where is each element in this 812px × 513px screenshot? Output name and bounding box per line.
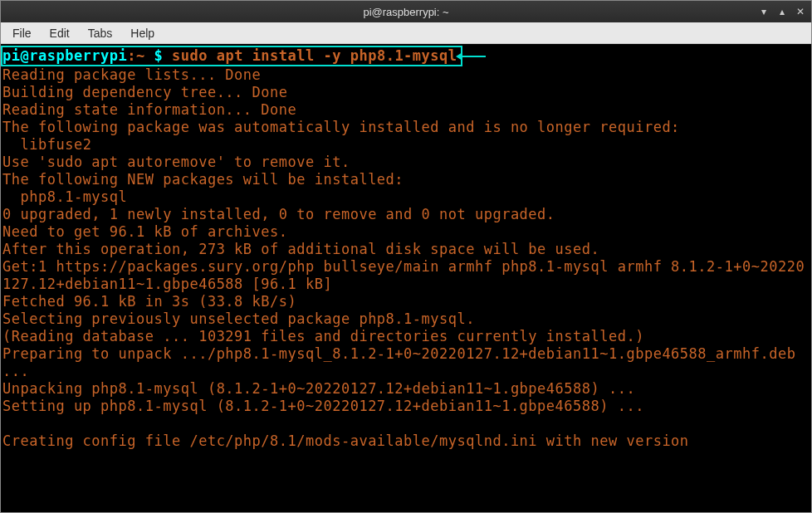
terminal-window: pi@raspberrypi: ~ ▾ ▴ ✕ File Edit Tabs H…: [0, 0, 812, 513]
prompt-user-host: pi@raspberrypi: [2, 47, 127, 64]
terminal-output-line: 0 upgraded, 1 newly installed, 0 to remo…: [2, 206, 555, 222]
terminal-output-line: Setting up php8.1-mysql (8.1.2-1+0~20220…: [2, 398, 644, 414]
close-icon[interactable]: ✕: [795, 6, 806, 17]
terminal-output-line: Unpacking php8.1-mysql (8.1.2-1+0~202201…: [2, 380, 635, 397]
terminal-output-line: Selecting previously unselected package …: [2, 310, 475, 327]
terminal-output-line: Fetched 96.1 kB in 3s (33.8 kB/s): [2, 293, 296, 310]
terminal-output-line: The following package was automatically …: [2, 119, 680, 135]
menu-file[interactable]: File: [4, 24, 40, 42]
terminal-output-line: Creating config file /etc/php/8.1/mods-a…: [2, 432, 689, 449]
prompt-colon: :: [127, 47, 136, 64]
terminal-output-line: Reading state information... Done: [2, 101, 296, 118]
window-title: pi@raspberrypi: ~: [1, 6, 811, 18]
terminal-output-line: Need to get 96.1 kB of archives.: [2, 223, 288, 240]
terminal-output-line: Building dependency tree... Done: [2, 84, 288, 100]
titlebar[interactable]: pi@raspberrypi: ~ ▾ ▴ ✕: [1, 1, 811, 22]
menu-tabs[interactable]: Tabs: [80, 24, 121, 42]
terminal-area[interactable]: pi@raspberrypi:~ $ sudo apt install -y p…: [1, 44, 811, 512]
window-controls: ▾ ▴ ✕: [758, 6, 806, 17]
menubar: File Edit Tabs Help: [1, 22, 811, 44]
terminal-output-line: Get:1 https://packages.sury.org/php bull…: [2, 258, 805, 292]
terminal-output-line: libfuse2: [2, 136, 91, 153]
terminal-output-line: The following NEW packages will be insta…: [2, 171, 404, 188]
highlight-annotation: pi@raspberrypi:~ $ sudo apt install -y p…: [1, 46, 462, 66]
terminal-output-line: Use 'sudo apt autoremove' to remove it.: [2, 154, 350, 170]
terminal-output-line: Reading package lists... Done: [2, 66, 261, 83]
menu-edit[interactable]: Edit: [42, 24, 78, 42]
arrow-annotation-icon: [461, 56, 486, 57]
terminal-output-line: After this operation, 273 kB of addition…: [2, 241, 599, 257]
terminal-output-line: php8.1-mysql: [2, 188, 127, 205]
prompt-dollar: $: [145, 47, 172, 64]
terminal-output-line: (Reading database ... 103291 files and d…: [2, 328, 644, 344]
minimize-icon[interactable]: ▾: [758, 6, 770, 17]
prompt-path: ~: [136, 47, 145, 64]
maximize-icon[interactable]: ▴: [776, 6, 788, 17]
terminal-output-line: Preparing to unpack .../php8.1-mysql_8.1…: [2, 345, 805, 379]
prompt-command: sudo apt install -y php8.1-mysql: [172, 47, 457, 64]
menu-help[interactable]: Help: [122, 24, 163, 42]
